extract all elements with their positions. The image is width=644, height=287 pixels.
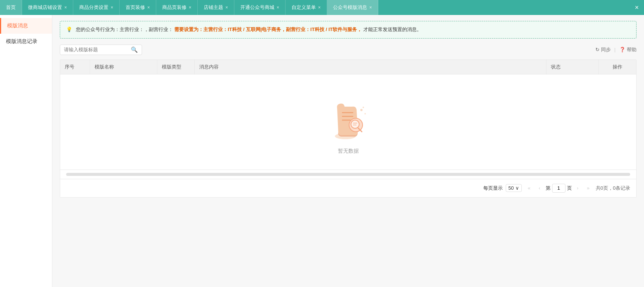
scrollbar-area [60, 170, 636, 179]
sync-label: 同步 [601, 46, 611, 53]
page-size-arrow: ∨ [515, 185, 519, 191]
th-type: 模版类型 [157, 60, 195, 74]
empty-icon [326, 97, 371, 142]
tab-product-decor-close[interactable]: × [189, 5, 191, 10]
page-nav: « ‹ 第 页 › » [525, 184, 593, 193]
tab-product-category[interactable]: 商品分类设置 × [73, 0, 120, 15]
tab-home-label: 首页 [6, 4, 16, 11]
notice-prefix: 您的公众号行业为：主营行业：，副营行业： [76, 27, 173, 32]
tab-product-category-label: 商品分类设置 [79, 4, 108, 11]
tab-custom-menu[interactable]: 自定义菜单 × [286, 0, 327, 15]
notice-suffix: 才能正常发送预置的消息。 [363, 27, 422, 32]
svg-point-11 [363, 107, 364, 108]
table-header: 序号 模版名称 模版类型 消息内容 状态 操作 [60, 60, 636, 74]
th-seq: 序号 [60, 60, 90, 74]
page-size-label: 每页显示 [483, 185, 503, 192]
sidebar-item-template-record[interactable]: 模版消息记录 [0, 34, 52, 49]
help-icon: ❓ [619, 47, 625, 52]
tab-home[interactable]: 首页 [0, 0, 22, 15]
th-content: 消息内容 [195, 60, 546, 74]
divider: | [614, 47, 616, 52]
th-name: 模版名称 [90, 60, 157, 74]
tab-shop-theme[interactable]: 店铺主题 × [198, 0, 234, 15]
tab-homepage-decor[interactable]: 首页装修 × [120, 0, 156, 15]
page-word-after: 页 [567, 185, 572, 192]
svg-point-10 [364, 113, 366, 115]
data-table: 序号 模版名称 模版类型 消息内容 状态 操作 [60, 59, 637, 198]
help-label: 帮助 [627, 46, 637, 53]
sync-icon: ↻ [595, 47, 600, 52]
sidebar-item-template-record-label: 模版消息记录 [6, 38, 37, 44]
page-input[interactable] [552, 184, 566, 193]
search-icon[interactable]: 🔍 [131, 46, 138, 53]
th-status: 状态 [546, 60, 599, 74]
tab-template-msg-close[interactable]: × [369, 5, 372, 10]
search-bar: 🔍 ↻ 同步 | ❓ 帮助 [60, 45, 637, 55]
page-word-before: 第 [546, 185, 551, 192]
search-actions: ↻ 同步 | ❓ 帮助 [595, 46, 637, 53]
empty-text: 暂无数据 [338, 148, 359, 155]
empty-state: 暂无数据 [60, 74, 636, 170]
notice-highlight: 需要设置为：主营行业：IT科技 / 互联网|电子商务，副营行业：IT科技 / I… [174, 27, 362, 32]
page-first-button[interactable]: « [525, 184, 534, 193]
tab-product-category-close[interactable]: × [111, 5, 113, 10]
notice-banner: 💡 您的公众号行业为：主营行业：，副营行业： 需要设置为：主营行业：IT科技 /… [60, 21, 637, 39]
tab-bar-close-all[interactable]: × [629, 0, 644, 15]
tab-homepage-decor-label: 首页装修 [126, 4, 145, 11]
page-size-select[interactable]: 50 ∨ [506, 184, 521, 192]
page-next-button[interactable]: › [573, 184, 582, 193]
search-input[interactable] [64, 47, 131, 52]
tab-open-mall-close[interactable]: × [277, 5, 279, 10]
svg-point-9 [360, 109, 363, 111]
tab-open-mall[interactable]: 开通公众号商城 × [234, 0, 286, 15]
page-size-value: 50 [508, 185, 514, 191]
tab-shop-theme-close[interactable]: × [225, 5, 228, 10]
tab-homepage-decor-close[interactable]: × [147, 5, 150, 10]
content-area: 💡 您的公众号行业为：主营行业：，副营行业： 需要设置为：主营行业：IT科技 /… [52, 15, 644, 287]
svg-point-5 [351, 120, 359, 128]
th-action: 操作 [599, 60, 636, 74]
page-total: 共0页，0条记录 [596, 185, 630, 192]
main-layout: 模版消息 模版消息记录 💡 您的公众号行业为：主营行业：，副营行业： 需要设置为… [0, 15, 644, 287]
sidebar-item-template-msg[interactable]: 模版消息 [0, 18, 52, 34]
pagination: 每页显示 50 ∨ « ‹ 第 页 › [60, 179, 636, 197]
tab-bar: 首页 微商城店铺设置 × 商品分类设置 × 首页装修 × 商品页装修 × 店铺主… [0, 0, 644, 15]
tab-template-msg-label: 公众号模版消息 [333, 4, 367, 11]
sync-button[interactable]: ↻ 同步 [595, 46, 611, 53]
notice-icon: 💡 [66, 27, 72, 32]
tab-custom-menu-close[interactable]: × [318, 5, 321, 10]
sidebar: 模版消息 模版消息记录 [0, 15, 52, 287]
tab-wechat-shop-label: 微商城店铺设置 [28, 4, 62, 11]
tab-product-decor[interactable]: 商品页装修 × [156, 0, 198, 15]
help-button[interactable]: ❓ 帮助 [619, 46, 637, 53]
tab-product-decor-label: 商品页装修 [162, 4, 187, 11]
tab-wechat-shop-close[interactable]: × [64, 5, 67, 10]
tab-shop-theme-label: 店铺主题 [204, 4, 223, 11]
tab-custom-menu-label: 自定义菜单 [292, 4, 316, 11]
tab-open-mall-label: 开通公众号商城 [240, 4, 274, 11]
page-prev-button[interactable]: ‹ [535, 184, 544, 193]
tab-wechat-shop[interactable]: 微商城店铺设置 × [22, 0, 73, 15]
page-last-button[interactable]: » [584, 184, 593, 193]
horizontal-scrollbar[interactable] [66, 173, 630, 176]
tab-template-msg[interactable]: 公众号模版消息 × [327, 0, 378, 15]
search-input-wrap: 🔍 [60, 45, 142, 55]
sidebar-item-template-msg-label: 模版消息 [7, 22, 28, 28]
